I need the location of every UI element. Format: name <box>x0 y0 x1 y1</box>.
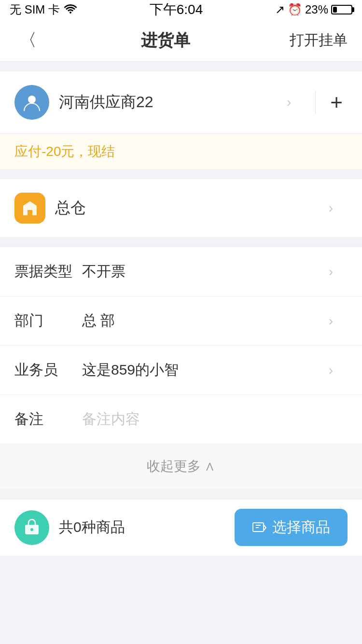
section-gap-2 <box>0 169 362 179</box>
notice-text: 应付-20元，现结 <box>14 144 115 159</box>
department-value: 总 部 <box>77 311 329 331</box>
invoice-type-label: 票据类型 <box>14 262 77 281</box>
nav-bar: 〈 进货单 打开挂单 <box>0 19 362 62</box>
product-icon <box>14 510 49 545</box>
section-gap-4 <box>0 489 362 499</box>
svg-point-0 <box>28 96 36 103</box>
back-button[interactable]: 〈 <box>14 24 42 57</box>
supplier-divider <box>315 90 316 114</box>
add-supplier-button[interactable]: + <box>325 92 348 113</box>
salesman-row[interactable]: 业务员 这是859的小智 › <box>0 345 362 394</box>
page-title: 进货单 <box>141 29 190 52</box>
select-product-button[interactable]: 选择商品 <box>235 509 348 546</box>
warehouse-chevron-icon: › <box>329 200 333 216</box>
notice-banner: 应付-20元，现结 <box>0 134 362 169</box>
svg-rect-1 <box>28 210 32 215</box>
bottom-background <box>0 556 362 644</box>
invoice-type-row[interactable]: 票据类型 不开票 › <box>0 247 362 296</box>
section-gap-3 <box>0 237 362 247</box>
remark-input[interactable]: 备注内容 <box>77 409 348 429</box>
salesman-label: 业务员 <box>14 360 77 380</box>
status-bar: 无 SIM 卡 下午6:04 ↗ ⏰ 23% <box>0 0 362 19</box>
status-left: 无 SIM 卡 <box>10 2 77 17</box>
supplier-card: 河南供应商22 › + 应付-20元，现结 <box>0 71 362 169</box>
salesman-value: 这是859的小智 <box>77 360 329 380</box>
salesman-chevron-icon: › <box>329 363 333 378</box>
svg-point-3 <box>30 528 33 531</box>
battery-icon <box>331 5 352 14</box>
supplier-row[interactable]: 河南供应商22 › + <box>0 71 362 134</box>
location-icon: ↗ <box>275 3 285 16</box>
status-right: ↗ ⏰ 23% <box>275 3 352 16</box>
chevron-right-icon: › <box>287 95 291 110</box>
form-card: 票据类型 不开票 › 部门 总 部 › 业务员 这是859的小智 › 备注 备注… <box>0 247 362 444</box>
status-time: 下午6:04 <box>150 0 203 19</box>
department-chevron-icon: › <box>329 313 333 329</box>
remark-row[interactable]: 备注 备注内容 <box>0 394 362 444</box>
select-product-label: 选择商品 <box>272 518 330 537</box>
remark-label: 备注 <box>14 409 77 429</box>
open-pending-button[interactable]: 打开挂单 <box>290 30 348 50</box>
invoice-type-value: 不开票 <box>77 262 329 281</box>
supplier-avatar <box>14 85 49 120</box>
supplier-name: 河南供应商22 <box>59 92 287 113</box>
invoice-chevron-icon: › <box>329 264 333 280</box>
warehouse-name: 总仓 <box>55 197 329 219</box>
wifi-icon <box>64 3 77 16</box>
product-count-label: 共0种商品 <box>59 518 235 537</box>
battery-label: 23% <box>305 3 328 16</box>
section-gap-1 <box>0 62 362 71</box>
collapse-button[interactable]: 收起更多 ∧ <box>0 444 362 489</box>
product-bar: 共0种商品 选择商品 <box>0 499 362 556</box>
warehouse-icon <box>14 193 45 224</box>
carrier-label: 无 SIM 卡 <box>10 2 60 17</box>
warehouse-row[interactable]: 总仓 › <box>0 179 362 237</box>
warehouse-card: 总仓 › <box>0 179 362 237</box>
department-row[interactable]: 部门 总 部 › <box>0 296 362 345</box>
department-label: 部门 <box>14 311 77 331</box>
alarm-icon: ⏰ <box>288 3 302 16</box>
